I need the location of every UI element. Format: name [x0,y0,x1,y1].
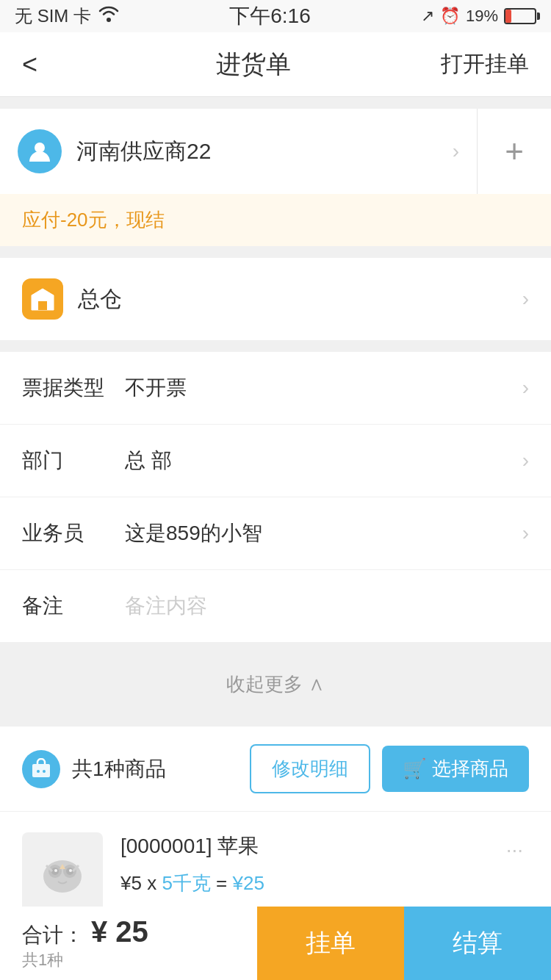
product-price: ¥5 x 5千克 = ¥25 [120,871,500,896]
page-title: 进货单 [216,48,291,82]
chevron-right-icon: › [522,287,529,311]
invoice-type-label: 票据类型 [22,374,125,402]
remark-input[interactable]: 备注内容 [125,592,529,620]
chevron-right-icon: › [522,522,529,545]
product-count-icon [22,750,60,788]
product-thumbnail [22,832,103,913]
invoice-type-row[interactable]: 票据类型 不开票 › [0,352,551,425]
total-area: 合计： ¥ 25 共1种 [0,907,257,980]
svg-rect-2 [32,764,50,777]
salesperson-label: 业务员 [22,519,125,547]
checkout-button[interactable]: 结算 [404,907,551,980]
invoice-type-value: 不开票 [125,374,522,402]
chevron-right-icon: › [522,376,529,400]
carrier-text: 无 SIM 卡 [15,4,91,28]
hang-order-button[interactable]: 挂单 [257,907,404,980]
collapse-text: 收起更多 ∧ [226,671,324,697]
supplier-section: 河南供应商22 › + [0,109,551,194]
supplier-row[interactable]: 河南供应商22 › [0,109,478,194]
status-time: 下午6:16 [229,2,311,30]
battery-percent: 19% [466,7,498,26]
supplier-name: 河南供应商22 [76,137,453,167]
back-button[interactable]: < [22,49,66,80]
status-bar: 无 SIM 卡 下午6:16 ↗ ⏰ 19% [0,0,551,32]
nav-bar: < 进货单 打开挂单 [0,32,551,97]
department-row[interactable]: 部门 总 部 › [0,425,551,497]
product-name: [0000001] 苹果 [120,832,500,860]
bottom-bar: 合计： ¥ 25 共1种 挂单 结算 [0,907,551,980]
svg-point-3 [37,770,40,773]
product-more-button[interactable]: ··· [500,832,529,868]
main-content: 河南供应商22 › + 应付-20元，现结 总仓 › 票据类型 不开票 › 部门 [0,109,551,980]
warehouse-name: 总仓 [78,284,522,314]
total-count: 共1种 [22,949,148,971]
form-section: 票据类型 不开票 › 部门 总 部 › 业务员 这是859的小智 › 备注 备注… [0,352,551,642]
alert-text: 应付-20元，现结 [22,209,165,231]
svg-point-11 [69,869,72,872]
salesperson-value: 这是859的小智 [125,519,522,547]
product-count-text: 共1种商品 [72,755,250,783]
battery-icon [504,8,536,24]
alert-banner: 应付-20元，现结 [0,194,551,246]
svg-point-4 [43,770,46,773]
chevron-right-icon: › [522,449,529,472]
department-value: 总 部 [125,447,522,475]
add-supplier-button[interactable]: + [478,109,551,194]
product-header: 共1种商品 修改明细 🛒 选择商品 [0,727,551,812]
total-wrapper: 合计： ¥ 25 共1种 [22,915,148,971]
modify-detail-button[interactable]: 修改明细 [250,744,370,793]
status-left: 无 SIM 卡 [15,4,119,28]
open-hang-button[interactable]: 打开挂单 [441,49,529,79]
product-info: [0000001] 苹果 ¥5 x 5千克 = ¥25 [120,832,500,896]
svg-point-0 [35,143,45,153]
remark-row[interactable]: 备注 备注内容 [0,570,551,642]
warehouse-row[interactable]: 总仓 › [0,258,551,340]
cart-icon: 🛒 [403,757,426,780]
collapse-row[interactable]: 收起更多 ∧ [0,654,551,715]
remark-label: 备注 [22,592,125,620]
svg-point-10 [54,869,57,872]
supplier-avatar [18,129,62,173]
salesperson-row[interactable]: 业务员 这是859的小智 › [0,497,551,570]
alarm-icon: ⏰ [440,7,460,26]
select-product-label: 选择商品 [432,756,508,782]
status-right: ↗ ⏰ 19% [421,7,536,26]
select-product-button[interactable]: 🛒 选择商品 [382,746,529,792]
location-icon: ↗ [421,7,434,26]
warehouse-icon [22,278,63,320]
chevron-right-icon: › [453,140,459,163]
department-label: 部门 [22,447,125,475]
svg-rect-1 [38,301,47,310]
total-label: 合计： [22,921,84,949]
total-amount: ¥ 25 [91,915,148,948]
wifi-icon [98,6,119,26]
